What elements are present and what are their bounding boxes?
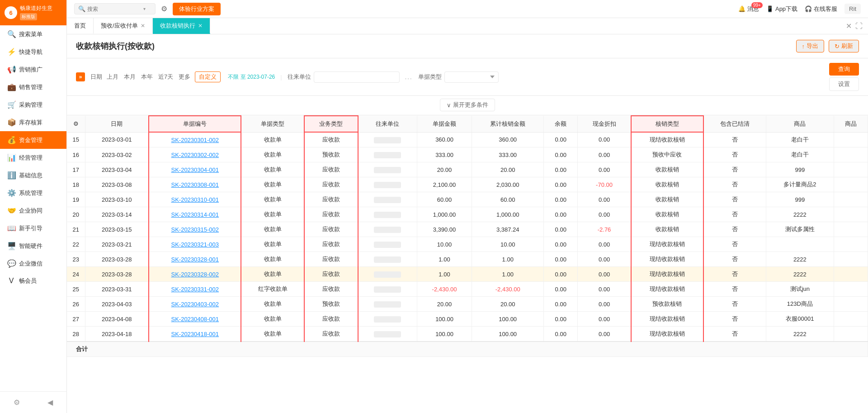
sidebar-item-13[interactable]: 💬企业微信: [0, 255, 66, 272]
online-service-btn[interactable]: 🎧 在线客服: [805, 5, 837, 13]
cell-bill-type: 收款单: [241, 252, 304, 267]
tab-close-all-icon[interactable]: ✕: [846, 22, 852, 30]
tab-close-receivable[interactable]: ✕: [141, 23, 145, 29]
cell-balance: 0.00: [544, 327, 578, 342]
app-name: 畅康道好生意: [20, 5, 52, 12]
table-row: 25 2023-03-31 SK-20230331-002 红字收款单 应收款 …: [67, 282, 868, 297]
cell-verify-type: 收款核销: [631, 162, 703, 177]
cell-biz-type: 应收款: [304, 222, 358, 237]
sidebar-item-8[interactable]: ℹ️基础信息: [0, 166, 66, 184]
col-verify-type: 核销类型: [631, 116, 703, 132]
app-download-btn[interactable]: 📱 App下载: [766, 5, 797, 13]
sidebar-item-11[interactable]: 📖新手引导: [0, 219, 66, 237]
col-settings[interactable]: ⚙: [67, 116, 85, 132]
user-menu[interactable]: Rit: [844, 4, 861, 14]
sidebar-item-12[interactable]: 🖥️智能硬件: [0, 237, 66, 255]
filter-more-dots: ...: [405, 74, 413, 81]
cell-partner: [358, 267, 417, 282]
tab-expand-icon[interactable]: ⛶: [855, 22, 863, 30]
total-row: 合计: [67, 342, 868, 357]
date-custom-btn[interactable]: 自定义: [195, 71, 221, 82]
sidebar-label-0: 搜索菜单: [19, 30, 42, 38]
cell-bill-type: 收款单: [241, 327, 304, 342]
sidebar-label-3: 销售管理: [19, 83, 42, 91]
cell-bill-type: 收款单: [241, 177, 304, 192]
tab-close-verification[interactable]: ✕: [198, 23, 203, 29]
cell-biz-type: 应收款: [304, 267, 358, 282]
cell-discount: 0.00: [578, 282, 631, 297]
chevron-down-icon[interactable]: ▾: [143, 6, 146, 11]
sidebar-item-0[interactable]: 🔍搜索菜单: [0, 25, 66, 43]
cell-no: 17: [67, 162, 85, 177]
sidebar-item-10[interactable]: 🤝企业协同: [0, 202, 66, 219]
tab-home[interactable]: 首页: [67, 18, 94, 34]
notify-btn[interactable]: 🔔 消息 99+: [738, 5, 759, 13]
settings-icon: ⚙: [73, 120, 79, 127]
cell-biz-type: 应收款: [304, 252, 358, 267]
table-row: 19 2023-03-10 SK-20230310-001 收款单 应收款 60…: [67, 192, 868, 207]
tab-verification[interactable]: 收款核销执行 ✕: [153, 18, 210, 34]
refresh-btn[interactable]: ↻ 刷新: [829, 40, 859, 52]
cell-discount: 0.00: [578, 147, 631, 162]
query-btn[interactable]: 查询: [829, 63, 859, 76]
cell-verify-type: 现结收款核销: [631, 132, 703, 147]
billtype-select[interactable]: [444, 71, 499, 83]
cell-included: 否: [703, 207, 766, 222]
settings-filter-btn[interactable]: 设置: [829, 77, 859, 91]
date-this-month[interactable]: 本月: [122, 72, 137, 82]
cell-product2: [834, 252, 868, 267]
cell-balance: 0.00: [544, 267, 578, 282]
sidebar-label-9: 系统管理: [19, 189, 42, 197]
cell-amount: 1,000.00: [417, 207, 472, 222]
cell-date: 2023-03-28: [85, 252, 149, 267]
sidebar-item-1[interactable]: ⚡快捷导航: [0, 43, 66, 61]
sidebar-item-7[interactable]: 📊经营管理: [0, 149, 66, 166]
cell-balance: 0.00: [544, 177, 578, 192]
cell-partner: [358, 177, 417, 192]
gear-icon[interactable]: ⚙: [161, 5, 167, 13]
tabbar: 首页 预收/应收付单 ✕ 收款核销执行 ✕ ✕ ⛶: [67, 18, 868, 34]
partner-value: [374, 167, 401, 173]
filter-partner-group: 往来单位: [288, 71, 400, 83]
partner-value: [374, 286, 401, 293]
sidebar: 6 畅康道好生意 标推版 🔍搜索菜单⚡快捷导航📢营销推广💼销售管理🛒采购管理📦库…: [0, 0, 67, 413]
cell-verified: 2,030.00: [472, 177, 544, 192]
filter-expand-btn[interactable]: »: [76, 72, 85, 81]
partner-input[interactable]: [314, 71, 400, 83]
export-btn[interactable]: ↑ 导出: [796, 40, 825, 52]
cell-verified: 60.00: [472, 192, 544, 207]
sidebar-item-2[interactable]: 📢营销推广: [0, 61, 66, 78]
col-verified: 累计核销金额: [472, 116, 544, 132]
cell-date: 2023-03-15: [85, 222, 149, 237]
sidebar-icon-11: 📖: [7, 224, 15, 233]
industry-btn[interactable]: 体验行业方案: [173, 3, 221, 15]
settings-icon[interactable]: ⚙: [9, 395, 24, 409]
sidebar-item-3[interactable]: 💼销售管理: [0, 78, 66, 96]
cell-product1: 多计量商品2: [766, 177, 834, 192]
partner-value: [374, 212, 401, 218]
cell-verified: 1,000.00: [472, 207, 544, 222]
expand-conditions-btn[interactable]: ∨ 展开更多条件: [440, 99, 495, 111]
sidebar-item-9[interactable]: ⚙️系统管理: [0, 184, 66, 202]
sidebar-item-6[interactable]: 💰资金管理: [0, 131, 66, 149]
cell-verify-type: 收款核销: [631, 222, 703, 237]
topbar-right: 🔔 消息 99+ 📱 App下载 🎧 在线客服 Rit: [738, 4, 861, 14]
sidebar-item-5[interactable]: 📦库存核算: [0, 114, 66, 131]
sidebar-item-14[interactable]: V畅会员: [0, 272, 66, 290]
date-last-month[interactable]: 上月: [105, 72, 120, 82]
sidebar-icon-14: V: [7, 277, 15, 285]
tab-receivable[interactable]: 预收/应收付单 ✕: [94, 18, 153, 34]
cell-product1: 999: [766, 192, 834, 207]
notify-icon: 🔔: [738, 5, 745, 12]
topbar-search-input[interactable]: [87, 6, 142, 12]
cell-biz-type: 应收款: [304, 192, 358, 207]
cell-balance: 0.00: [544, 162, 578, 177]
sidebar-label-13: 企业微信: [19, 260, 42, 268]
collapse-icon[interactable]: ◀: [43, 395, 57, 409]
date-7days[interactable]: 近7天: [156, 72, 175, 82]
sidebar-item-4[interactable]: 🛒采购管理: [0, 96, 66, 114]
date-more[interactable]: 更多: [177, 72, 192, 82]
col-included: 包含已结清: [703, 116, 766, 132]
cell-amount: 100.00: [417, 312, 472, 327]
date-this-year[interactable]: 本年: [139, 72, 155, 82]
